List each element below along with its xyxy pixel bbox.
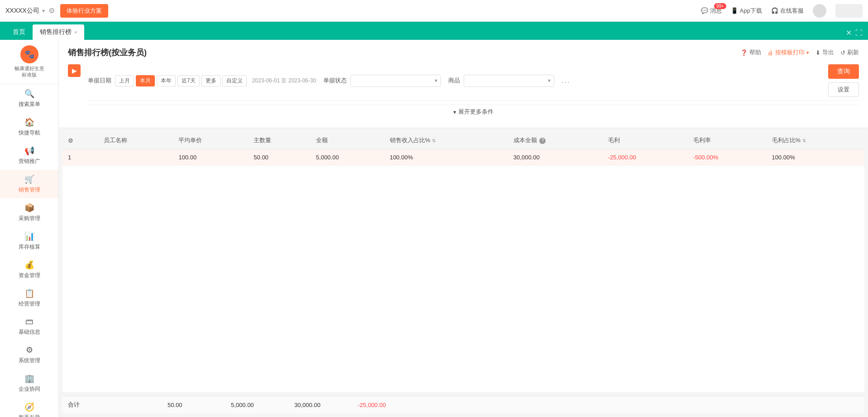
table-container: ⚙ 员工名称 平均单价 主数量 全额 销售收入占比% ⇅ 成本全额 ? 毛利 [62,132,864,392]
headset-icon: 🎧 [771,7,778,14]
footer-amount: 5,000.00 [231,402,267,408]
status-select[interactable] [350,75,441,87]
sidebar-item-quick-nav[interactable]: 🏠 快捷导航 [0,113,58,141]
col-profit-rate: 毛利率 [688,132,767,149]
sidebar-item-basic-info[interactable]: 🗃 基础信息 [0,312,58,340]
settings-icon[interactable]: ⚙ [48,6,55,15]
app-download-label: App下载 [740,7,762,15]
system-icon: ⚙ [26,345,33,355]
close-window-icon[interactable]: ✕ [846,29,852,37]
goods-filter: 商品 [448,75,554,87]
logo-sub: 标准版 [14,72,44,78]
col-amount: 全额 [311,132,384,149]
page-title-row: 销售排行榜(按业务员) ❓ 帮助 🖨 按模板打印 ▾ ⬇ 导出 [68,47,859,58]
expand-row: ▾ 展开更多条件 [88,101,859,122]
template-print-label: 按模板打印 [775,48,805,57]
online-service-item[interactable]: 🎧 在线客服 [771,7,804,15]
footer-cost: 30,000.00 [294,402,331,408]
top-header: XXXXX公司 ▾ ⚙ 体验行业方案 💬 消息 99+ 📱 App下载 🎧 在线… [0,0,868,22]
sidebar-item-search-order[interactable]: 🔍 搜索菜单 [0,84,58,113]
sidebar-item-marketing[interactable]: 📢 营销推广 [0,141,58,170]
footer-qty: 50.00 [168,402,204,408]
date-btn-custom[interactable]: 自定义 [222,75,247,86]
inventory-icon: 📊 [24,231,34,241]
expand-label: 展开更多条件 [458,108,494,116]
date-btn-this-month[interactable]: 本月 [136,75,155,86]
sidebar-item-purchase[interactable]: 📦 采购管理 [0,198,58,227]
logo-text: 畅康通好生意 标准版 [14,65,44,78]
date-btn-7days[interactable]: 近7天 [177,75,200,86]
table-cell: 5,000.00 [311,149,384,166]
sidebar-item-operations[interactable]: 📋 经营管理 [0,284,58,312]
sidebar-label-purchase: 采购管理 [19,215,40,222]
table-cell: 100.00% [767,149,865,166]
col-sales-pct[interactable]: 销售收入占比% ⇅ [384,132,508,149]
filter-toggle-btn[interactable]: ▶ [68,64,81,77]
sidebar-item-inventory[interactable]: 📊 库存核算 [0,227,58,255]
sidebar-label-search: 搜索菜单 [19,101,40,108]
sales-ranking-tab-label: 销售排行榜 [40,28,72,36]
page-header: 销售排行榜(按业务员) ❓ 帮助 🖨 按模板打印 ▾ ⬇ 导出 [59,40,868,128]
footer-profit: -25,000.00 [358,402,394,408]
query-button[interactable]: 查询 [828,64,859,79]
company-chevron-icon: ▾ [42,8,45,14]
basic-info-icon: 🗃 [25,317,34,326]
settings-button[interactable]: 设置 [828,82,859,97]
print-chevron-icon: ▾ [806,50,809,56]
sidebar-item-system[interactable]: ⚙ 系统管理 [0,340,58,369]
message-icon: 💬 [701,7,708,14]
maximize-icon[interactable]: ⛶ [855,29,863,37]
help-icon: ❓ [740,49,748,56]
tab-home[interactable]: 首页 [5,24,33,40]
sidebar-item-finance[interactable]: 💰 资金管理 [0,255,58,284]
tab-actions: ✕ ⛶ [846,29,863,40]
goods-select[interactable] [464,75,554,87]
rank-settings-icon[interactable]: ⚙ [68,137,73,144]
tab-sales-ranking[interactable]: 销售排行榜 × [33,24,84,40]
sidebar-label-finance: 资金管理 [19,272,40,279]
company-selector[interactable]: XXXXX公司 ▾ [5,7,45,15]
sidebar-item-guide[interactable]: 🧭 新手引导 [0,398,58,417]
sidebar-label-system: 系统管理 [19,357,40,364]
col-name: 员工名称 [98,132,173,149]
company-name: XXXXX公司 [5,7,39,15]
cost-info-icon[interactable]: ? [539,138,546,144]
close-tab-icon[interactable]: × [74,29,77,35]
logo-icon: 🐾 [20,45,38,63]
template-print-btn[interactable]: 🖨 按模板打印 ▾ [767,48,809,57]
expand-btn[interactable]: ▾ 展开更多条件 [88,105,859,119]
col-profit-pct[interactable]: 毛利占比% ⇅ [767,132,865,149]
message-badge[interactable]: 💬 消息 99+ [701,7,722,15]
content-area: 销售排行榜(按业务员) ❓ 帮助 🖨 按模板打印 ▾ ⬇ 导出 [59,40,868,417]
table-cell: 100.00% [384,149,508,166]
enterprise-icon: 🏢 [24,374,34,383]
app-download-item[interactable]: 📱 App下载 [731,7,762,15]
sort-sales-pct-icon: ⇅ [432,138,436,143]
chevron-down-icon: ▾ [453,109,456,115]
table-cell: 1 [62,149,98,166]
header-right: 💬 消息 99+ 📱 App下载 🎧 在线客服 [701,4,863,18]
username-display [835,4,863,18]
status-select-wrapper [350,75,441,87]
sidebar-item-sales[interactable]: 🛒 销售管理 [0,170,58,198]
avatar[interactable] [813,4,826,18]
date-btn-this-year[interactable]: 本年 [157,75,176,86]
table-cell: 30,000.00 [508,149,603,166]
date-btn-last-month[interactable]: 上月 [115,75,134,86]
sidebar-item-enterprise[interactable]: 🏢 企业协同 [0,369,58,398]
refresh-label: 刷新 [847,48,859,57]
date-filter: 单据日期 上月 本月 本年 近7天 更多 自定义 2023-06-01 至 20… [88,75,316,86]
refresh-btn[interactable]: ↺ 刷新 [840,48,859,57]
col-cost: 成本全额 ? [508,132,603,149]
help-btn[interactable]: ❓ 帮助 [740,48,761,57]
more-filters-dots[interactable]: ... [561,77,570,85]
table-cell: -25,000.00 [603,149,688,166]
export-btn[interactable]: ⬇ 导出 [815,48,834,57]
sidebar-label-basicinfo: 基础信息 [19,328,40,336]
trial-button[interactable]: 体验行业方案 [60,4,108,18]
home-tab-label: 首页 [13,28,25,36]
page-actions: ❓ 帮助 🖨 按模板打印 ▾ ⬇ 导出 ↺ 刷新 [740,48,859,57]
status-filter: 单据状态 [323,75,441,87]
export-icon: ⬇ [815,49,820,56]
date-btn-more[interactable]: 更多 [201,75,221,86]
